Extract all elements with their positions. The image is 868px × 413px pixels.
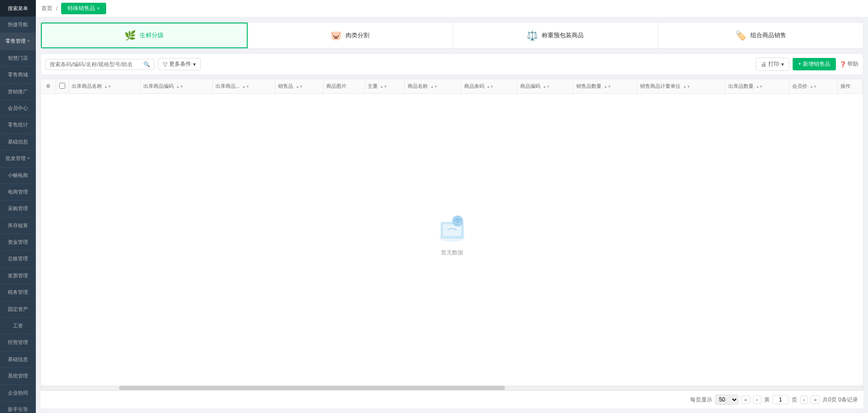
empty-state: 暂无数据 bbox=[434, 213, 471, 257]
page-number-input[interactable] bbox=[772, 395, 789, 404]
sidebar-item-marketing[interactable]: 营销推广 bbox=[0, 84, 36, 100]
prev-page-button[interactable]: ‹ bbox=[753, 396, 761, 404]
horizontal-scrollbar[interactable] bbox=[41, 385, 863, 390]
help-icon: ❓ bbox=[840, 61, 846, 68]
th-checkbox[interactable] bbox=[56, 79, 68, 94]
sidebar-item-wages[interactable]: 工资 bbox=[0, 318, 36, 334]
th-member-price[interactable]: 会员价 ▲▼ bbox=[789, 79, 838, 94]
next-page-button[interactable]: › bbox=[800, 396, 808, 404]
pagination: 每页显示 50 10 20 100 « ‹ 第 页 › » 共0页 0条记录 bbox=[40, 390, 863, 408]
sort-icon: ▲▼ bbox=[543, 85, 550, 89]
sidebar-item-label: 批发管理 bbox=[6, 155, 26, 162]
sort-icon: ▲▼ bbox=[756, 85, 763, 89]
sidebar-item-purchase-mgmt[interactable]: 采购管理 bbox=[0, 201, 36, 217]
empty-text: 暂无数据 bbox=[441, 249, 463, 257]
sidebar-item-quick-nav[interactable]: 快捷导航 bbox=[0, 17, 36, 33]
tab-combo[interactable]: 🏷️ 组合商品销售 bbox=[658, 23, 863, 48]
filter-label: 更多条件 bbox=[169, 60, 191, 68]
th-sale-item[interactable]: 销售品 ▲▼ bbox=[275, 79, 323, 94]
toolbar-right: 🖨 打印 ▾ + 新增销售品 ❓ 帮助 bbox=[756, 57, 858, 71]
sidebar-item-basic-info[interactable]: 基础信息 bbox=[0, 134, 36, 150]
sidebar-item-enterprise[interactable]: 企业协同 bbox=[0, 385, 36, 402]
sidebar-item-fixed-assets[interactable]: 固定资产 bbox=[0, 301, 36, 318]
sidebar-item-new-guide[interactable]: 新手引导 bbox=[0, 402, 36, 413]
tab-close-button[interactable]: × bbox=[97, 6, 100, 11]
th-out-spec[interactable]: 出库商品... ▲▼ bbox=[212, 79, 275, 94]
sidebar-item-inventory[interactable]: 库存核算 bbox=[0, 218, 36, 234]
help-button[interactable]: ❓ 帮助 bbox=[840, 60, 858, 68]
sort-icon: ▲▼ bbox=[242, 85, 250, 89]
tab-meat-cut-label: 肉类分割 bbox=[346, 31, 369, 40]
meat-cut-icon: 🐷 bbox=[330, 30, 342, 41]
sidebar-item-basic-info2[interactable]: 基础信息 bbox=[0, 351, 36, 368]
sort-icon: ▲▼ bbox=[683, 85, 691, 89]
search-box[interactable]: 🔍 bbox=[45, 59, 154, 70]
th-barcode[interactable]: 商品条码 ▲▼ bbox=[461, 79, 517, 94]
th-product-name[interactable]: 商品名称 ▲▼ bbox=[405, 79, 461, 94]
sort-icon: ▲▼ bbox=[604, 85, 611, 89]
sidebar-item-smart-store[interactable]: 智慧门店 bbox=[0, 50, 36, 67]
th-out-code[interactable]: 出库商品编码 ▲▼ bbox=[141, 79, 213, 94]
sidebar-item-member-center[interactable]: 会员中心 bbox=[0, 100, 36, 117]
sidebar-item-system-mgmt[interactable]: 系统管理 bbox=[0, 368, 36, 384]
tab-weigh-pack-label: 称重预包装商品 bbox=[542, 31, 584, 40]
tab-weigh-pack[interactable]: ⚖️ 称重预包装商品 bbox=[453, 23, 658, 48]
search-icon[interactable]: 🔍 bbox=[143, 61, 150, 68]
page-size-select[interactable]: 50 10 20 100 bbox=[715, 395, 738, 405]
sidebar-item-tax-mgmt[interactable]: 税务管理 bbox=[0, 284, 36, 301]
th-prod-code[interactable]: 商品编码 ▲▼ bbox=[517, 79, 573, 94]
sidebar-item-ecom-mgmt[interactable]: 电商管理 bbox=[0, 184, 36, 201]
sort-icon: ▲▼ bbox=[487, 85, 494, 89]
sidebar-logo[interactable]: 搜索菜单 bbox=[0, 0, 36, 17]
print-icon: 🖨 bbox=[761, 61, 766, 68]
sidebar-item-retail-mall[interactable]: 零售商城 bbox=[0, 67, 36, 83]
weigh-pack-icon: ⚖️ bbox=[527, 30, 538, 41]
select-all-checkbox[interactable] bbox=[59, 83, 65, 89]
data-table: ⚙ 出库商品名称 ▲▼ 出库商品编码 ▲▼ 出库 bbox=[41, 79, 863, 94]
breadcrumb-home[interactable]: 首页 bbox=[41, 5, 52, 12]
tab-combo-label: 组合商品销售 bbox=[750, 31, 786, 40]
th-out-qty[interactable]: 出库品数量 ▲▼ bbox=[725, 79, 789, 94]
chevron-down-icon: ▾ bbox=[193, 61, 196, 68]
sidebar-item-business-mgmt[interactable]: 经营管理 bbox=[0, 334, 36, 351]
tab-fresh-grade-label: 生鲜分级 bbox=[140, 31, 164, 40]
th-sale-unit[interactable]: 销售商品计量单位 ▲▼ bbox=[637, 79, 725, 94]
combo-icon: 🏷️ bbox=[735, 30, 747, 41]
search-input[interactable] bbox=[50, 61, 142, 68]
sidebar-item-invoice-mgmt[interactable]: 发票管理 bbox=[0, 268, 36, 284]
th-weight[interactable]: 主重 ▲▼ bbox=[364, 79, 405, 94]
sidebar-item-retail-mgmt[interactable]: 零售管理 ▼ bbox=[0, 33, 36, 50]
tab-fresh-grade[interactable]: 🌿 生鲜分级 bbox=[41, 23, 248, 48]
sidebar-item-label: 零售管理 bbox=[6, 38, 26, 45]
sort-icon: ▲▼ bbox=[104, 85, 112, 89]
sort-icon: ▲▼ bbox=[380, 85, 387, 89]
topbar: 首页 / 特殊销售品 × bbox=[36, 0, 868, 17]
sidebar-item-retail-stats[interactable]: 零售统计 bbox=[0, 117, 36, 133]
sidebar-item-mini-ecom[interactable]: 小畅电商 bbox=[0, 167, 36, 184]
sidebar-item-wholesale-mgmt[interactable]: 批发管理 ▼ bbox=[0, 150, 36, 167]
th-action: 操作 bbox=[838, 79, 863, 94]
sidebar: 搜索菜单 快捷导航 零售管理 ▼ 智慧门店 零售商城 营销推广 会员中心 零售统… bbox=[0, 0, 36, 413]
page-label-suffix: 页 bbox=[792, 396, 797, 404]
first-page-button[interactable]: « bbox=[741, 396, 750, 404]
print-button[interactable]: 🖨 打印 ▾ bbox=[756, 57, 789, 71]
chevron-down-icon: ▾ bbox=[781, 61, 784, 68]
tab-meat-cut[interactable]: 🐷 肉类分割 bbox=[248, 23, 453, 48]
th-out-name[interactable]: 出库商品名称 ▲▼ bbox=[68, 79, 141, 94]
table-header-row: ⚙ 出库商品名称 ▲▼ 出库商品编码 ▲▼ 出库 bbox=[41, 79, 863, 94]
add-button[interactable]: + 新增销售品 bbox=[793, 58, 836, 70]
page-label-prefix: 第 bbox=[764, 396, 770, 404]
empty-illustration bbox=[434, 213, 471, 245]
sidebar-item-ledger[interactable]: 总账管理 bbox=[0, 251, 36, 267]
th-sale-qty[interactable]: 销售品数量 ▲▼ bbox=[573, 79, 637, 94]
last-page-button[interactable]: » bbox=[811, 396, 820, 404]
sidebar-item-finance[interactable]: 资金管理 bbox=[0, 234, 36, 251]
help-label: 帮助 bbox=[847, 60, 858, 68]
filter-button[interactable]: ▽ 更多条件 ▾ bbox=[158, 58, 201, 70]
active-tab[interactable]: 特殊销售品 × bbox=[61, 3, 106, 14]
th-gear[interactable]: ⚙ bbox=[41, 79, 56, 94]
sort-icon: ▲▼ bbox=[431, 85, 438, 89]
total-info: 共0页 0条记录 bbox=[823, 396, 858, 404]
scrollbar-thumb[interactable] bbox=[119, 386, 505, 390]
th-image: 商品图片 bbox=[323, 79, 364, 94]
